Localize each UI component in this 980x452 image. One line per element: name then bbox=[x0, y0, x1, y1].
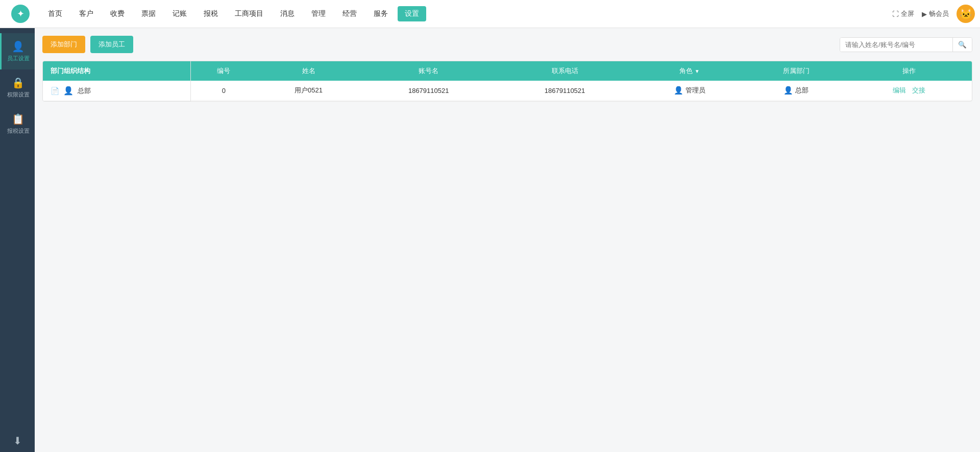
filter-icon: ▼ bbox=[695, 68, 700, 74]
search-button[interactable]: 🔍 bbox=[952, 38, 972, 52]
nav-items: 首页客户收费票据记账报税工商项目消息管理经营服务设置 bbox=[41, 6, 892, 21]
nav-item-客户[interactable]: 客户 bbox=[72, 6, 101, 21]
avatar[interactable]: 🐱 bbox=[957, 5, 975, 23]
member-icon: ▶ bbox=[922, 10, 927, 18]
edit-link[interactable]: 编辑 bbox=[893, 86, 906, 94]
nav-item-设置[interactable]: 设置 bbox=[398, 6, 426, 21]
sidebar-label: 员工设置 bbox=[7, 55, 30, 62]
search-box: 🔍 bbox=[840, 37, 972, 52]
sidebar-bottom-icon[interactable]: ⬇ bbox=[8, 430, 27, 452]
nav-item-消息[interactable]: 消息 bbox=[273, 6, 302, 21]
col-header-6: 操作 bbox=[846, 61, 972, 81]
col-header-2: 账号名 bbox=[360, 61, 497, 81]
sidebar-icon: 📋 bbox=[12, 113, 24, 125]
emp-table: 编号姓名账号名联系电话角色 ▼所属部门操作 0 用户0521 186791105… bbox=[191, 61, 972, 101]
toolbar: 添加部门 添加员工 🔍 bbox=[42, 36, 972, 53]
dept-icon: 👤 bbox=[783, 86, 793, 95]
emp-panel: 编号姓名账号名联系电话角色 ▼所属部门操作 0 用户0521 186791105… bbox=[191, 61, 972, 101]
fullscreen-label: 全屏 bbox=[901, 9, 914, 18]
sidebar-item-员工设置[interactable]: 👤员工设置 bbox=[0, 33, 35, 69]
logo-icon: ✦ bbox=[11, 5, 30, 23]
sidebar-icon: 👤 bbox=[12, 40, 24, 53]
col-header-3: 联系电话 bbox=[497, 61, 633, 81]
logo: ✦ bbox=[5, 5, 36, 23]
role-icon: 👤 bbox=[674, 86, 683, 95]
dept-name: 总部 bbox=[78, 86, 91, 96]
col-header-4[interactable]: 角色 ▼ bbox=[633, 61, 746, 81]
fullscreen-button[interactable]: ⛶ 全屏 bbox=[892, 9, 914, 18]
nav-item-收费[interactable]: 收费 bbox=[103, 6, 132, 21]
add-emp-button[interactable]: 添加员工 bbox=[90, 36, 133, 53]
member-button[interactable]: ▶ 畅会员 bbox=[922, 9, 949, 18]
main-layout: 👤员工设置🔒权限设置📋报税设置⬇ 添加部门 添加员工 🔍 部门组织结构 📄👤总部… bbox=[0, 28, 980, 452]
emp-table-header: 编号姓名账号名联系电话角色 ▼所属部门操作 bbox=[191, 61, 972, 81]
dept-user-icon: 👤 bbox=[63, 86, 74, 96]
dept-panel: 部门组织结构 📄👤总部 bbox=[43, 61, 191, 101]
col-id: 0 bbox=[191, 81, 257, 101]
dept-item[interactable]: 📄👤总部 bbox=[43, 81, 190, 101]
col-header-0: 编号 bbox=[191, 61, 257, 81]
col-role: 👤管理员 bbox=[633, 81, 746, 101]
col-actions: 编辑 交接 bbox=[846, 81, 972, 101]
panel-layout: 部门组织结构 📄👤总部 编号姓名账号名联系电话角色 ▼所属部门操作 0 用户05… bbox=[42, 61, 972, 102]
nav-item-记账[interactable]: 记账 bbox=[165, 6, 194, 21]
col-header-5: 所属部门 bbox=[746, 61, 846, 81]
sidebar-item-权限设置[interactable]: 🔒权限设置 bbox=[0, 69, 35, 106]
nav-item-首页[interactable]: 首页 bbox=[41, 6, 69, 21]
transfer-link[interactable]: 交接 bbox=[912, 86, 925, 94]
dept-list: 📄👤总部 bbox=[43, 81, 190, 101]
col-name: 用户0521 bbox=[257, 81, 360, 101]
table-row: 0 用户0521 18679110521 18679110521 👤管理员 👤总… bbox=[191, 81, 972, 101]
sidebar-label: 权限设置 bbox=[7, 91, 30, 99]
nav-item-票据[interactable]: 票据 bbox=[134, 6, 163, 21]
col-dept: 👤总部 bbox=[746, 81, 846, 101]
col-phone: 18679110521 bbox=[497, 81, 633, 101]
dept-panel-header: 部门组织结构 bbox=[43, 61, 190, 81]
col-account: 18679110521 bbox=[360, 81, 497, 101]
fullscreen-icon: ⛶ bbox=[892, 10, 899, 18]
nav-right: ⛶ 全屏 ▶ 畅会员 🐱 bbox=[892, 5, 975, 23]
col-header-1: 姓名 bbox=[257, 61, 360, 81]
top-navigation: ✦ 首页客户收费票据记账报税工商项目消息管理经营服务设置 ⛶ 全屏 ▶ 畅会员 … bbox=[0, 0, 980, 28]
emp-table-body: 0 用户0521 18679110521 18679110521 👤管理员 👤总… bbox=[191, 81, 972, 101]
file-icon: 📄 bbox=[51, 87, 59, 95]
nav-item-报税[interactable]: 报税 bbox=[197, 6, 225, 21]
member-label: 畅会员 bbox=[929, 9, 949, 18]
add-dept-button[interactable]: 添加部门 bbox=[42, 36, 85, 53]
search-input[interactable] bbox=[840, 38, 952, 52]
sidebar-icon: 🔒 bbox=[12, 77, 24, 89]
sidebar: 👤员工设置🔒权限设置📋报税设置⬇ bbox=[0, 28, 35, 452]
nav-item-服务[interactable]: 服务 bbox=[366, 6, 395, 21]
nav-item-工商项目[interactable]: 工商项目 bbox=[228, 6, 271, 21]
nav-item-管理[interactable]: 管理 bbox=[304, 6, 333, 21]
sidebar-item-报税设置[interactable]: 📋报税设置 bbox=[0, 106, 35, 142]
content-area: 添加部门 添加员工 🔍 部门组织结构 📄👤总部 编号姓名账号名联系电话角色 ▼所… bbox=[35, 28, 980, 452]
nav-item-经营[interactable]: 经营 bbox=[335, 6, 364, 21]
sidebar-label: 报税设置 bbox=[7, 127, 30, 135]
